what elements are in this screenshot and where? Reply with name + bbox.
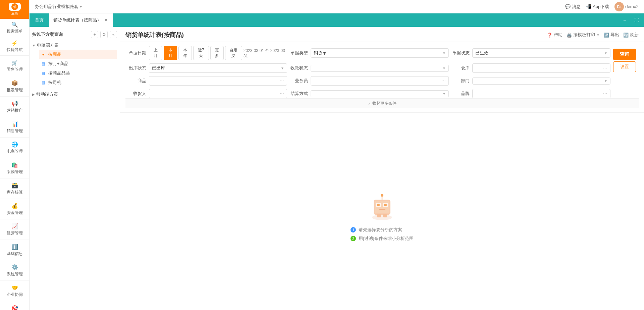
collaboration-icon: 🤝: [11, 284, 18, 291]
receipt-status-select[interactable]: ▼: [311, 65, 449, 72]
collapse-bar[interactable]: ∧ 收起更多条件: [125, 98, 639, 108]
scheme-by-product[interactable]: ● 按商品: [39, 50, 117, 59]
filter-product: 商品 ···: [125, 76, 287, 86]
date-btn-this-year[interactable]: 本年: [178, 46, 192, 60]
salesperson-select[interactable]: ···: [311, 76, 449, 86]
desktop-scheme-group[interactable]: ▼ 电脑端方案: [32, 41, 117, 50]
out-status-select[interactable]: 已出库 ▼: [149, 63, 287, 73]
print-button[interactable]: 🖨️ 按模板打印 ▼: [567, 32, 600, 38]
search-menu-item[interactable]: 🔍 搜索菜单: [0, 19, 29, 37]
message-action[interactable]: 💬 消息: [565, 4, 581, 10]
scheme-by-month-product[interactable]: ▦ 按月+商品: [39, 59, 117, 68]
date-btn-more[interactable]: 更多: [210, 46, 224, 60]
product-dots[interactable]: ···: [280, 78, 284, 84]
user-avatar: Ea: [614, 2, 624, 11]
sidebar-item-ecommerce-label: 电商管理: [7, 149, 23, 154]
tab-home[interactable]: 首页: [30, 13, 49, 27]
salesperson-dots[interactable]: ···: [441, 78, 446, 84]
product-select[interactable]: ···: [149, 76, 287, 86]
collapse-label: 收起更多条件: [372, 101, 396, 106]
date-group: 上月 本月 本年 近7天 更多 自定义 2023-03-01 至 2023-03…: [149, 46, 287, 60]
tab-active[interactable]: 销货单统计表（按商品） ×: [49, 13, 113, 27]
scheme-by-category[interactable]: ▦ 按商品品类: [39, 68, 117, 78]
brand-label: 品牌: [449, 91, 472, 97]
sidebar-item-operations[interactable]: 📈 经营管理: [0, 219, 29, 240]
filter-row-2: 出库状态 已出库 ▼ 收款状态 ▼: [125, 63, 610, 73]
export-button[interactable]: ↗️ 导出: [604, 32, 619, 38]
svg-rect-9: [379, 209, 385, 210]
quick-nav-label: 快捷导航: [7, 47, 23, 53]
date-btn-this-month[interactable]: 本月: [164, 46, 177, 60]
app-download-icon: 📲: [586, 4, 591, 9]
print-icon: 🖨️: [567, 33, 572, 38]
message-icon: 💬: [565, 4, 571, 9]
tabbar-controls: − ⛶: [617, 13, 644, 27]
scheme-label-month-product: 按月+商品: [48, 61, 68, 67]
doc-status-select[interactable]: 已生效 ▼: [472, 48, 610, 58]
brand-select[interactable]: ···: [472, 89, 610, 98]
scheme-label-category: 按商品品类: [48, 70, 70, 76]
doc-type-select[interactable]: 销货单 ▼: [311, 48, 449, 58]
consignee-select[interactable]: ···: [149, 89, 287, 98]
tip-dot-2: 2: [351, 236, 356, 241]
sidebar-item-marketing-label: 营销推广: [7, 108, 23, 113]
payment-select[interactable]: ▼: [311, 90, 449, 97]
tab-close-button[interactable]: ×: [103, 17, 109, 23]
app-logo[interactable]: 畅 标版: [0, 0, 29, 19]
user-profile[interactable]: Ea demo2: [614, 2, 639, 11]
logo-icon: 畅: [9, 3, 21, 11]
settings-button[interactable]: 设置: [613, 61, 636, 72]
filter-row-3: 商品 ··· 业务员 ···: [125, 76, 610, 86]
sidebar-item-marketing[interactable]: 📢 营销推广: [0, 97, 29, 117]
svg-point-2: [372, 215, 392, 220]
tabbar: 首页 销货单统计表（按商品） × − ⛶: [30, 13, 644, 27]
quick-nav-item[interactable]: ⚡ 快捷导航: [0, 37, 29, 56]
sidebar-item-purchase[interactable]: 🛍️ 采购管理: [0, 158, 29, 178]
consignee-dots[interactable]: ···: [280, 91, 284, 97]
mobile-scheme-group[interactable]: ▶ 移动端方案: [32, 90, 117, 99]
desktop-scheme-children: ● 按商品 ▦ 按月+商品 ▦ 按商品品类 ▦ 按司机: [32, 50, 117, 87]
refresh-icon: 🔄: [623, 33, 629, 38]
sidebar-item-basic-info[interactable]: ℹ️ 基础信息: [0, 240, 29, 260]
warehouse-dots[interactable]: ···: [603, 65, 607, 71]
brand-dots[interactable]: ···: [603, 91, 607, 97]
collapse-sidebar-button[interactable]: «: [110, 31, 117, 38]
sidebar-item-collaboration-label: 企业协同: [7, 292, 23, 298]
filter-row-4: 收货人 ··· 结算方式 ▼: [125, 89, 610, 98]
sidebar-item-wholesale[interactable]: 📦 批发管理: [0, 76, 29, 97]
svg-point-8: [384, 204, 387, 206]
print-arrow: ▼: [596, 33, 600, 37]
right-buttons: 查询 设置: [610, 46, 639, 75]
system-icon: ⚙️: [11, 264, 18, 270]
sidebar-item-guide[interactable]: 🎯 新手引导: [0, 301, 29, 310]
tab-minimize-button[interactable]: −: [620, 15, 629, 25]
warehouse-select[interactable]: ···: [472, 63, 610, 73]
sidebar-item-collaboration[interactable]: 🤝 企业协同: [0, 281, 29, 301]
scheme-icon-month-product: ▦: [40, 61, 46, 67]
edit-scheme-button[interactable]: ⚙: [100, 31, 108, 38]
date-btn-7days[interactable]: 近7天: [193, 46, 209, 60]
sidebar-item-retail[interactable]: 🛒 零售管理: [0, 56, 29, 76]
date-btn-last-month[interactable]: 上月: [149, 46, 162, 60]
scheme-by-driver[interactable]: ▦ 按司机: [39, 78, 117, 87]
sidebar-item-sales[interactable]: 📊 销售管理: [0, 117, 29, 138]
sidebar-item-finance[interactable]: 💰 资金管理: [0, 199, 29, 219]
doc-type-value: 销货单: [314, 50, 327, 56]
date-btn-custom[interactable]: 自定义: [225, 46, 242, 60]
app-download-action[interactable]: 📲 App下载: [586, 4, 609, 10]
add-scheme-button[interactable]: +: [91, 31, 98, 38]
svg-rect-11: [383, 214, 387, 217]
doc-status-value: 已生效: [475, 50, 488, 56]
query-button[interactable]: 查询: [613, 49, 636, 60]
sidebar-item-ecommerce[interactable]: 🌐 电商管理: [0, 138, 29, 158]
sidebar-item-system[interactable]: ⚙️ 系统管理: [0, 260, 29, 281]
left-sidebar: 畅 标版 🔍 搜索菜单 ⚡ 快捷导航 🛒 零售管理 📦 批发管理 📢 营销推广 …: [0, 0, 30, 310]
department-select[interactable]: ▼: [472, 78, 610, 85]
help-button[interactable]: ❓ 帮助: [547, 32, 562, 38]
tab-maximize-button[interactable]: ⛶: [632, 15, 641, 25]
refresh-button[interactable]: 🔄 刷新: [623, 32, 639, 38]
sidebar-item-inventory[interactable]: 🗃️ 库存核算: [0, 178, 29, 199]
doc-status-arrow: ▼: [604, 51, 607, 55]
refresh-label: 刷新: [630, 32, 639, 38]
filter-out-status: 出库状态 已出库 ▼: [125, 63, 287, 73]
